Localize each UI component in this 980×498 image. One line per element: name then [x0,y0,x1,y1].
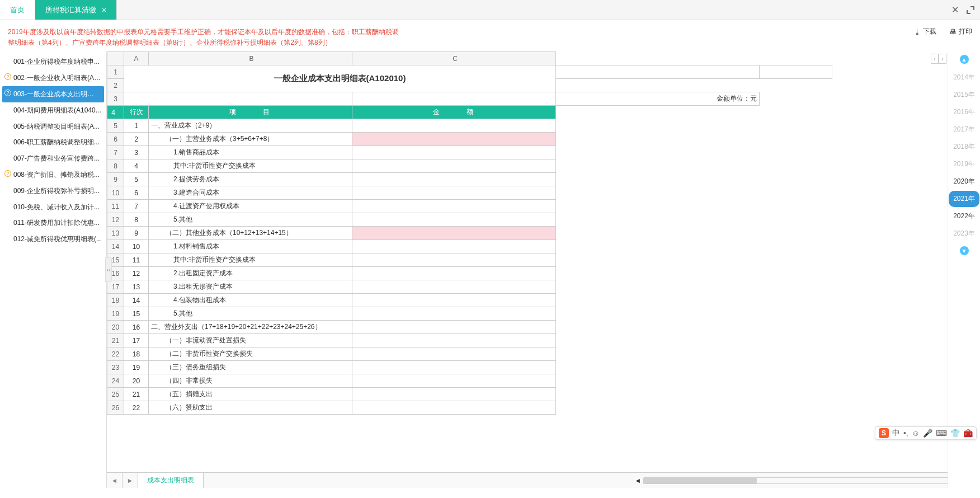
sidebar-item-10[interactable]: 011-研发费用加计扣除优惠... [0,215,106,231]
sidebar-item-6[interactable]: 007-广告费和业务宣传费跨... [0,151,106,167]
item-name: 其中:非货币性资产交换成本 [149,159,352,173]
item-name: 2.提供劳务成本 [149,173,352,186]
item-name: （五）捐赠支出 [149,388,352,401]
amount-cell[interactable] [352,401,556,415]
rownum: 6 [107,133,124,146]
sidebar-item-9[interactable]: 010-免税、减计收入及加计... [0,199,106,215]
rownum: 5 [107,119,124,133]
close-icon[interactable]: × [102,6,106,15]
th-amount: 金 额 [352,106,556,119]
line-no: 5 [124,173,149,186]
year-2021年[interactable]: 2021年 [949,191,979,207]
collapse-handle[interactable]: ‹‹ [105,257,112,282]
sidebar-item-3[interactable]: 004-期间费用明细表(A1040... [0,102,106,119]
amount-cell[interactable] [352,294,556,307]
line-no: 2 [124,133,149,146]
amount-cell[interactable] [352,280,556,294]
amount-cell[interactable] [352,253,556,267]
item-name: 其中:非货币性资产交换成本 [149,253,352,267]
sidebar-item-11[interactable]: 012-减免所得税优惠明细表(... [0,231,106,247]
item-name: （一）非流动资产处置损失 [149,334,352,347]
year-2017年[interactable]: 2017年 [949,121,979,138]
ime-toolbox-icon[interactable]: 🧰 [963,429,973,438]
line-no: 15 [124,307,149,321]
print-button[interactable]: 🖶 打印 [950,27,972,36]
amount-cell[interactable] [352,267,556,280]
amount-cell[interactable] [352,240,556,253]
amount-cell[interactable] [352,213,556,227]
year-2019年[interactable]: 2019年 [949,156,979,172]
amount-cell[interactable] [352,374,556,388]
amount-cell[interactable] [352,321,556,334]
amount-cell[interactable] [352,133,556,146]
year-up-icon[interactable]: ▲ [960,55,969,64]
rownum: 9 [107,173,124,186]
sidebar-item-label: 007-广告费和业务宣传费跨... [13,154,100,162]
sidebar-item-5[interactable]: 006-职工薪酬纳税调整明细... [0,134,106,151]
sidebar-item-label: 005-纳税调整项目明细表(A... [13,123,100,130]
amount-cell[interactable] [352,200,556,213]
sidebar-item-4[interactable]: 005-纳税调整项目明细表(A... [0,119,106,135]
h-scrollbar[interactable]: ◄► [204,473,980,488]
sheet-nav-prev[interactable]: ◄ [107,473,123,488]
amount-cell[interactable] [352,388,556,401]
ime-keyboard-icon[interactable]: ⌨ [936,429,947,438]
sheet-nav-next[interactable]: ► [123,473,138,488]
tab-income-tax[interactable]: 所得税汇算清缴 × [35,0,117,20]
rail-toggle[interactable]: ›› [931,54,946,64]
amount-cell[interactable] [352,361,556,374]
ime-lang[interactable]: 中 [892,428,900,438]
help-icon[interactable]: ? [4,170,11,177]
rownum: 22 [107,347,124,361]
amount-cell[interactable] [352,159,556,173]
ime-emoji-icon[interactable]: ☺ [912,429,920,438]
item-name: （三）债务重组损失 [149,361,352,374]
close-all-icon[interactable]: ✕ [951,4,959,15]
warning-text: 2019年度涉及取以前年度结转数据的申报表单元格需要手工维护正确，才能保证本年及… [8,27,399,48]
tab-home[interactable]: 首页 [0,0,35,20]
line-no: 19 [124,361,149,374]
amount-cell[interactable] [352,307,556,321]
sidebar-item-label: 006-职工薪酬纳税调整明细... [13,138,100,146]
year-down-icon[interactable]: ▼ [960,246,969,255]
sidebar-item-label: 002-一般企业收入明细表(A10... [13,74,106,82]
sidebar-item-2[interactable]: ?003-一般企业成本支出明细... [2,86,104,102]
amount-cell[interactable] [352,186,556,200]
sidebar-item-1[interactable]: ?002-一般企业收入明细表(A10... [0,70,106,86]
sidebar-item-7[interactable]: ?008-资产折旧、摊销及纳税... [0,167,106,183]
help-icon[interactable]: ? [4,73,11,80]
year-2016年[interactable]: 2016年 [949,104,979,120]
ime-skin-icon[interactable]: 👕 [950,429,960,438]
sidebar-item-label: 001-企业所得税年度纳税申... [13,58,100,65]
fullscreen-icon[interactable] [967,6,974,14]
year-2022年[interactable]: 2022年 [949,208,979,224]
line-no: 18 [124,347,149,361]
sogou-icon[interactable]: S [879,428,889,438]
rownum: 20 [107,321,124,334]
main: 001-企业所得税年度纳税申...?002-一般企业收入明细表(A10...?0… [0,51,980,488]
year-2023年[interactable]: 2023年 [949,225,979,242]
year-2014年[interactable]: 2014年 [949,69,979,86]
rownum: 24 [107,374,124,388]
year-2018年[interactable]: 2018年 [949,139,979,155]
download-button[interactable]: ⭳ 下载 [914,27,936,36]
year-2015年[interactable]: 2015年 [949,87,979,103]
sheet-tab-active[interactable]: 成本支出明细表 [138,473,204,488]
year-2020年[interactable]: 2020年 [949,173,979,190]
line-no: 4 [124,159,149,173]
amount-cell[interactable] [352,227,556,240]
amount-cell[interactable] [352,173,556,186]
item-name: 3.建造合同成本 [149,186,352,200]
amount-cell[interactable] [352,119,556,133]
amount-cell[interactable] [352,334,556,347]
sidebar-item-label: 011-研发费用加计扣除优惠... [13,219,100,227]
amount-cell[interactable] [352,146,556,159]
help-icon[interactable]: ? [4,90,11,96]
ime-voice-icon[interactable]: 🎤 [923,429,932,438]
sheet-scroll[interactable]: ABC1一般企业成本支出明细表(A102010)23金额单位：元4行次项 目金 … [107,51,980,472]
sidebar-item-0[interactable]: 001-企业所得税年度纳税申... [0,54,106,70]
line-no: 9 [124,227,149,240]
sidebar-item-8[interactable]: 009-企业所得税弥补亏损明... [0,183,106,199]
ime-punct-icon[interactable]: •, [903,429,908,438]
amount-cell[interactable] [352,347,556,361]
